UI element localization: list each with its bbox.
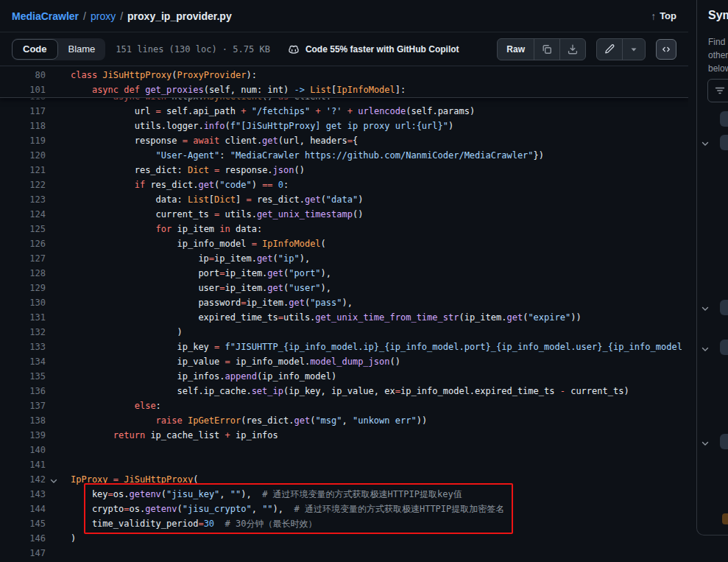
- line-number[interactable]: 143: [0, 487, 46, 502]
- download-icon: [567, 43, 579, 55]
- copy-icon: [541, 43, 553, 55]
- chevron-down-icon[interactable]: [701, 138, 710, 147]
- code-line-text: ip_key = f"JISUHTTP_{ip_info_model.ip}_{…: [46, 340, 682, 354]
- code-line-text: ip_value = ip_info_model.model_dump_json…: [46, 354, 400, 369]
- line-number[interactable]: 119: [0, 133, 46, 148]
- code-line-123: 123 data: List[Dict] = res_dict.get("dat…: [0, 192, 688, 207]
- line-number[interactable]: 130: [0, 295, 46, 310]
- chevron-down-icon[interactable]: [701, 343, 710, 352]
- symbols-panel-toggle-button[interactable]: [656, 39, 676, 60]
- line-number[interactable]: 139: [0, 428, 46, 443]
- line-number[interactable]: 120: [0, 148, 46, 163]
- code-line-134: 134 ip_value = ip_info_model.model_dump_…: [0, 354, 688, 369]
- code-line-80: 80class JiSuHttpProxy(ProxyProvider):: [0, 68, 688, 82]
- line-number[interactable]: 122: [0, 178, 46, 192]
- file-toolbar: Code Blame 151 lines (130 loc) · 5.75 KB…: [0, 32, 688, 66]
- copilot-banner[interactable]: Code 55% faster with GitHub Copilot: [288, 43, 459, 55]
- code-lines: 116 async with httpx.AsyncClient() as cl…: [0, 67, 688, 561]
- edit-dropdown-button[interactable]: [622, 39, 645, 60]
- code-line-text: data: List[Dict] = res_dict.get("data"): [46, 192, 363, 207]
- symbol-item-pill[interactable]: [720, 340, 728, 355]
- breadcrumb-repo-link[interactable]: MediaCrawler: [12, 10, 79, 22]
- line-number[interactable]: 126: [0, 236, 46, 251]
- line-number[interactable]: 142: [0, 472, 46, 487]
- tab-blame[interactable]: Blame: [58, 43, 106, 55]
- line-number[interactable]: 133: [0, 340, 46, 354]
- chevron-down-icon[interactable]: [701, 303, 710, 312]
- code-line-text: [46, 546, 71, 561]
- line-number[interactable]: 117: [0, 104, 46, 119]
- code-line-146: 146): [0, 531, 688, 546]
- code-line-118: 118 utils.logger.info(f"[JiSuHttpProxy] …: [0, 119, 688, 133]
- line-number[interactable]: 145: [0, 516, 46, 531]
- line-number[interactable]: 118: [0, 119, 46, 133]
- symbols-filter-button[interactable]: [707, 79, 728, 102]
- line-number[interactable]: 125: [0, 222, 46, 236]
- line-number[interactable]: 140: [0, 443, 46, 457]
- breadcrumb-folder-link[interactable]: proxy: [91, 10, 116, 22]
- code-line-122: 122 if res_dict.get("code") == 0:: [0, 178, 688, 192]
- line-number[interactable]: 134: [0, 354, 46, 369]
- line-number[interactable]: 80: [0, 68, 46, 82]
- line-number[interactable]: 137: [0, 398, 46, 413]
- file-meta-info: 151 lines (130 loc) · 5.75 KB: [116, 44, 270, 55]
- line-number[interactable]: 146: [0, 531, 46, 546]
- line-number[interactable]: 135: [0, 369, 46, 384]
- code-line-139: 139 return ip_cache_list + ip_infos: [0, 428, 688, 443]
- code-line-147: 147: [0, 546, 688, 561]
- symbols-desc-line: below: [708, 62, 728, 75]
- line-number[interactable]: 121: [0, 163, 46, 178]
- chevron-down-icon[interactable]: [701, 438, 710, 446]
- code-line-127: 127 ip=ip_item.get("ip"),: [0, 251, 688, 266]
- symbol-item-pill-highlighted[interactable]: [722, 513, 728, 524]
- tab-code[interactable]: Code: [12, 39, 58, 60]
- symbols-desc-line: other: [708, 49, 728, 62]
- line-number[interactable]: 124: [0, 207, 46, 222]
- code-line-text: ip_info_model = IpInfoModel(: [46, 236, 326, 251]
- raw-copy-download-group: Raw: [497, 38, 586, 60]
- line-number[interactable]: 129: [0, 281, 46, 295]
- line-number[interactable]: 136: [0, 384, 46, 398]
- download-button[interactable]: [559, 39, 585, 60]
- line-number[interactable]: 131: [0, 310, 46, 325]
- symbol-item-pill[interactable]: [720, 300, 728, 315]
- breadcrumb-filename: proxy_ip_provider.py: [127, 10, 232, 22]
- line-number[interactable]: 138: [0, 413, 46, 428]
- code-line-text: [46, 457, 71, 472]
- line-number[interactable]: 127: [0, 251, 46, 266]
- symbol-item-pill[interactable]: [720, 135, 728, 150]
- back-to-top-label: Top: [660, 10, 676, 21]
- edit-group: [596, 38, 646, 60]
- code-line-text: for ip_item in data:: [46, 222, 262, 236]
- line-number[interactable]: 144: [0, 502, 46, 516]
- code-line-text: return ip_cache_list + ip_infos: [46, 428, 278, 443]
- line-number[interactable]: 101: [0, 82, 46, 97]
- line-number[interactable]: 132: [0, 325, 46, 340]
- line-number[interactable]: 128: [0, 266, 46, 281]
- line-number[interactable]: 123: [0, 192, 46, 207]
- symbol-item-pill[interactable]: [720, 111, 728, 127]
- raw-button[interactable]: Raw: [498, 39, 534, 60]
- code-editor-viewport: 116 async with httpx.AsyncClient() as cl…: [0, 67, 688, 562]
- back-to-top-button[interactable]: ↑ Top: [651, 10, 676, 22]
- code-line-text: res_dict: Dict = response.json(): [46, 163, 305, 178]
- breadcrumb-separator: /: [120, 10, 123, 22]
- copy-button[interactable]: [534, 39, 559, 60]
- breadcrumb: MediaCrawler / proxy / proxy_ip_provider…: [0, 0, 688, 32]
- filter-icon: [714, 85, 726, 96]
- code-line-140: 140: [0, 443, 688, 457]
- code-line-text: raise IpGetError(res_dict.get("msg", "un…: [46, 413, 427, 428]
- edit-button[interactable]: [597, 39, 622, 60]
- symbols-panel: Sym Find other below: [696, 0, 728, 535]
- code-line-124: 124 current_ts = utils.get_unix_timestam…: [0, 207, 688, 222]
- line-number[interactable]: 147: [0, 546, 46, 561]
- line-number[interactable]: 141: [0, 457, 46, 472]
- code-line-129: 129 user=ip_item.get("user"),: [0, 281, 688, 295]
- collapse-chevron-icon[interactable]: [49, 475, 58, 484]
- code-line-text: password=ip_item.get("pass"),: [46, 295, 353, 310]
- symbol-item-pill[interactable]: [720, 434, 728, 449]
- code-line-137: 137 else:: [0, 398, 688, 413]
- code-line-text: [46, 443, 71, 457]
- code-line-text: utils.logger.info(f"[JiSuHttpProxy] get …: [46, 119, 453, 133]
- caret-down-icon: [629, 45, 638, 54]
